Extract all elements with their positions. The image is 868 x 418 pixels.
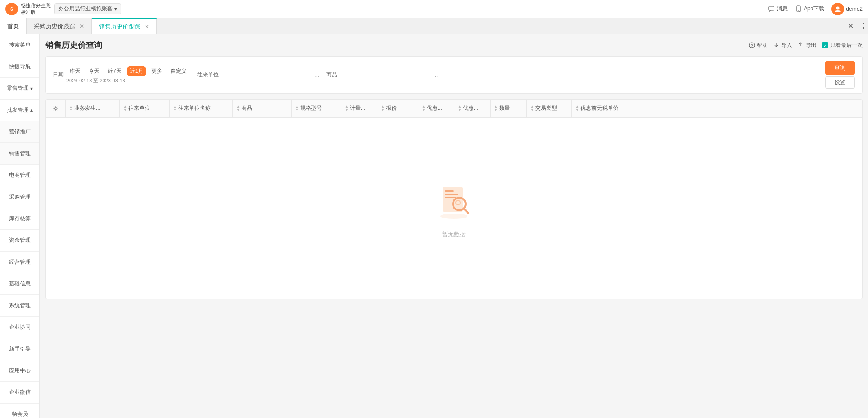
data-table: ▲▼ 业务发生... ▲▼ 往来单位 ▲▼ 往来单位名称 ▲▼ 商品 bbox=[45, 99, 863, 299]
top-header: 6 畅捷信好生意 标准版 办公用品行业模拟账套 ▾ 消息 App下载 demo2 bbox=[0, 0, 868, 18]
partner-label: 往来单位 bbox=[197, 71, 219, 79]
logo-area: 6 畅捷信好生意 标准版 bbox=[5, 2, 51, 15]
sort-icon: ▲▼ bbox=[576, 105, 579, 112]
sidebar-item-retail-mgmt[interactable]: 零售管理 ▾ bbox=[0, 78, 39, 100]
date-7days[interactable]: 近7天 bbox=[104, 66, 125, 76]
date-custom[interactable]: 自定义 bbox=[167, 66, 190, 76]
sidebar-item-vip[interactable]: 畅会员 bbox=[0, 404, 39, 418]
sort-icon: ▲▼ bbox=[69, 105, 73, 112]
main-layout: 搜索菜单 快捷导航 零售管理 ▾ 批发管理 ▴ 营销推广 销售管理 电商管理 采 bbox=[0, 34, 868, 418]
product-label: 商品 bbox=[326, 71, 337, 79]
sidebar-item-marketing[interactable]: 营销推广 bbox=[0, 121, 39, 143]
app-download-button[interactable]: App下载 bbox=[795, 5, 824, 13]
svg-text:?: ? bbox=[750, 43, 753, 48]
date-yesterday[interactable]: 昨天 bbox=[66, 66, 84, 76]
th-price: ▲▼ 报价 bbox=[377, 100, 418, 117]
sidebar-item-app-center[interactable]: 应用中心 bbox=[0, 360, 39, 382]
tab-controls: ✕ ⛶ bbox=[844, 18, 868, 34]
partner-filter-group: 往来单位 ... bbox=[197, 71, 319, 79]
filter-actions: 查询 设置 bbox=[825, 61, 855, 89]
svg-rect-2 bbox=[769, 6, 774, 10]
tab-purchase-history[interactable]: 采购历史价跟踪 ✕ bbox=[27, 18, 92, 34]
checkbox-checked-icon: ✓ bbox=[822, 42, 828, 48]
sidebar-item-system[interactable]: 系统管理 bbox=[0, 295, 39, 317]
date-more[interactable]: 更多 bbox=[148, 66, 165, 76]
help-button[interactable]: ? 帮助 bbox=[749, 42, 768, 49]
tab-home[interactable]: 首页 bbox=[0, 18, 27, 34]
avatar bbox=[831, 3, 844, 15]
svg-text:6: 6 bbox=[10, 7, 13, 12]
tab-purchase-close[interactable]: ✕ bbox=[80, 23, 84, 29]
date-1month[interactable]: 近1月 bbox=[127, 66, 147, 76]
th-no-tax-price: ▲▼ 优惠前无税单价 bbox=[572, 100, 862, 117]
th-spec: ▲▼ 规格型号 bbox=[292, 100, 341, 117]
export-button[interactable]: 导出 bbox=[797, 42, 816, 49]
th-disc2: ▲▼ 优惠... bbox=[454, 100, 491, 117]
chevron-up-icon: ▴ bbox=[30, 108, 33, 113]
product-input[interactable] bbox=[340, 71, 430, 79]
th-unit-code: ▲▼ 往来单位 bbox=[120, 100, 170, 117]
svg-line-15 bbox=[464, 209, 468, 213]
help-icon: ? bbox=[749, 42, 755, 48]
table-body: 暂无数据 bbox=[46, 118, 862, 299]
product-dots: ... bbox=[433, 72, 438, 78]
message-button[interactable]: 消息 bbox=[768, 5, 788, 13]
export-icon bbox=[797, 42, 804, 48]
page-content: 销售历史价查询 ? 帮助 导入 导出 ✓ bbox=[40, 34, 868, 418]
import-button[interactable]: 导入 bbox=[773, 42, 792, 49]
th-trans-type: ▲▼ 交易类型 bbox=[527, 100, 572, 117]
settings-button[interactable]: 设置 bbox=[825, 76, 855, 89]
header-left: 6 畅捷信好生意 标准版 办公用品行业模拟账套 ▾ bbox=[5, 2, 121, 15]
tab-sales-close[interactable]: ✕ bbox=[145, 24, 149, 30]
date-options-col: 昨天 今天 近7天 近1月 更多 自定义 2023-02-18 至 2023-0… bbox=[66, 66, 190, 84]
sidebar-item-enterprise[interactable]: 企业协同 bbox=[0, 317, 39, 338]
sort-icon: ▲▼ bbox=[381, 105, 385, 112]
sort-icon: ▲▼ bbox=[530, 105, 534, 112]
user-menu[interactable]: demo2 bbox=[831, 3, 863, 15]
partner-dots: ... bbox=[315, 72, 319, 78]
sidebar-item-operations[interactable]: 经营管理 bbox=[0, 252, 39, 273]
content-area: 销售历史价查询 ? 帮助 导入 导出 ✓ bbox=[40, 34, 868, 418]
workspace-selector[interactable]: 办公用品行业模拟账套 ▾ bbox=[54, 3, 121, 14]
sidebar-item-search-menu[interactable]: 搜索菜单 bbox=[0, 34, 39, 56]
sidebar-item-quick-nav[interactable]: 快捷导航 bbox=[0, 56, 39, 78]
expand-tab-icon[interactable]: ⛶ bbox=[857, 22, 864, 30]
tab-sales-history[interactable]: 销售历史价跟踪 ✕ bbox=[92, 18, 157, 34]
sidebar-item-purchase[interactable]: 采购管理 bbox=[0, 186, 39, 208]
svg-point-8 bbox=[54, 107, 57, 109]
sidebar-item-sales-mgmt[interactable]: 销售管理 bbox=[0, 143, 39, 165]
sidebar-item-finance[interactable]: 资金管理 bbox=[0, 230, 39, 252]
date-range-text: 2023-02-18 至 2023-03-18 bbox=[66, 77, 190, 84]
phone-icon bbox=[795, 5, 802, 13]
filter-row: 日期 昨天 今天 近7天 近1月 更多 自定义 2023-02-18 至 202… bbox=[53, 61, 855, 89]
gear-icon bbox=[52, 105, 59, 112]
sidebar-item-newbie[interactable]: 新手引导 bbox=[0, 338, 39, 360]
query-button[interactable]: 查询 bbox=[825, 61, 855, 75]
partner-input[interactable] bbox=[222, 71, 312, 79]
th-business-date: ▲▼ 业务发生... bbox=[66, 100, 120, 117]
logo-icon: 6 bbox=[5, 3, 18, 15]
svg-point-9 bbox=[440, 214, 467, 219]
sidebar-item-inventory[interactable]: 库存核算 bbox=[0, 208, 39, 230]
th-product: ▲▼ 商品 bbox=[233, 100, 292, 117]
sort-icon: ▲▼ bbox=[458, 105, 462, 112]
sort-icon: ▲▼ bbox=[123, 105, 127, 112]
product-filter-group: 商品 ... bbox=[326, 71, 438, 79]
sidebar-item-wholesale-mgmt[interactable]: 批发管理 ▴ bbox=[0, 100, 39, 121]
th-qty: ▲▼ 数量 bbox=[491, 100, 527, 117]
sidebar-item-corp-wechat[interactable]: 企业微信 bbox=[0, 382, 39, 404]
title-actions: ? 帮助 导入 导出 ✓ 只看最后一次 bbox=[749, 42, 863, 49]
svg-rect-11 bbox=[445, 190, 454, 192]
sort-icon: ▲▼ bbox=[422, 105, 425, 112]
date-today[interactable]: 今天 bbox=[85, 66, 103, 76]
only-last-checkbox[interactable]: ✓ 只看最后一次 bbox=[822, 42, 863, 49]
import-icon bbox=[773, 42, 779, 48]
close-tab-icon[interactable]: ✕ bbox=[848, 22, 854, 30]
th-uom: ▲▼ 计量... bbox=[341, 100, 377, 117]
sidebar-item-ecommerce[interactable]: 电商管理 bbox=[0, 165, 39, 186]
empty-text: 暂无数据 bbox=[442, 230, 466, 238]
filter-bar: 日期 昨天 今天 近7天 近1月 更多 自定义 2023-02-18 至 202… bbox=[45, 56, 863, 94]
sidebar-item-basic-info[interactable]: 基础信息 bbox=[0, 273, 39, 295]
empty-icon bbox=[431, 178, 476, 223]
th-gear[interactable] bbox=[46, 100, 66, 117]
